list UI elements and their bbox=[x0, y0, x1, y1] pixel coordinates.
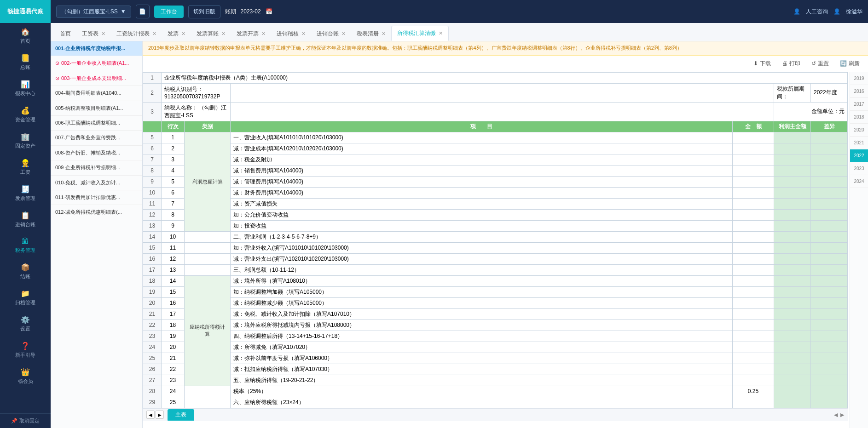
profit-cell[interactable] bbox=[774, 187, 811, 198]
seq-cell[interactable]: 10 bbox=[162, 231, 185, 242]
item-cell[interactable]: 减：所得减免（填写A107020） bbox=[231, 342, 733, 353]
year-item-2018[interactable]: 2018 bbox=[850, 111, 868, 124]
year-item-2020[interactable]: 2020 bbox=[850, 124, 868, 137]
diff-cell[interactable] bbox=[811, 176, 848, 187]
diff-cell[interactable] bbox=[811, 353, 848, 364]
diff-cell[interactable] bbox=[811, 264, 848, 275]
diff-cell[interactable] bbox=[811, 209, 848, 220]
amount-cell[interactable] bbox=[733, 132, 774, 143]
amount-cell[interactable] bbox=[733, 364, 774, 375]
download-button[interactable]: ⬇ 下载 bbox=[751, 58, 774, 69]
item-cell[interactable]: 二、营业利润（1-2-3-4-5-6-7-8+9） bbox=[231, 231, 733, 242]
sidebar-item-ledger[interactable]: 📒 总账 bbox=[0, 49, 51, 75]
profit-cell[interactable] bbox=[774, 132, 811, 143]
diff-cell[interactable] bbox=[811, 397, 848, 408]
item-cell[interactable]: 减：纳税调整减少额（填写A105000） bbox=[231, 297, 733, 308]
amount-cell[interactable] bbox=[733, 308, 774, 320]
seq-cell[interactable]: 4 bbox=[162, 165, 185, 176]
year-item-2016[interactable]: 2016 bbox=[850, 85, 868, 98]
seq-cell[interactable]: 15 bbox=[162, 286, 185, 297]
amount-cell[interactable] bbox=[733, 297, 774, 308]
item-cell[interactable]: 减：免税、减计收入及加计扣除（填写A107010） bbox=[231, 308, 733, 320]
item-cell[interactable]: 减：境外所得（填写A108010） bbox=[231, 275, 733, 286]
sidebar-item-archive[interactable]: 📁 归档管理 bbox=[0, 285, 51, 311]
profit-cell[interactable] bbox=[774, 386, 811, 397]
year-item-2024[interactable]: 2024 bbox=[850, 175, 868, 188]
amount-cell[interactable] bbox=[733, 264, 774, 275]
form-list-item-006[interactable]: 006-职工薪酬纳税调整明细... bbox=[51, 116, 142, 131]
seq-cell[interactable]: 6 bbox=[162, 187, 185, 198]
seq-cell[interactable]: 23 bbox=[162, 375, 185, 386]
profit-cell[interactable] bbox=[774, 308, 811, 320]
tab-invoice-close[interactable]: ✕ bbox=[181, 31, 185, 37]
scroll-left-icon[interactable]: ◀ bbox=[834, 412, 838, 418]
profit-cell[interactable] bbox=[774, 231, 811, 242]
form-list-item-010[interactable]: 010-免税、减计收入及加计... bbox=[51, 176, 142, 190]
item-cell[interactable]: 加：纳税调整增加额（填写A105000） bbox=[231, 286, 733, 297]
amount-cell[interactable] bbox=[733, 198, 774, 209]
tab-purchase-ledger-close[interactable]: ✕ bbox=[341, 31, 346, 37]
amount-cell[interactable] bbox=[733, 231, 774, 242]
tab-salary-stats[interactable]: 工资统计报表 ✕ bbox=[111, 27, 162, 41]
profit-cell[interactable] bbox=[774, 297, 811, 308]
diff-cell[interactable] bbox=[811, 364, 848, 375]
tab-invoice-calc-close[interactable]: ✕ bbox=[221, 31, 226, 37]
seq-cell[interactable]: 14 bbox=[162, 275, 185, 286]
form-list-item-008[interactable]: 008-资产折旧、摊销及纳税... bbox=[51, 146, 142, 160]
sidebar-item-guide[interactable]: ❓ 新手引导 bbox=[0, 337, 51, 363]
tab-invoice-open-close[interactable]: ✕ bbox=[261, 31, 266, 37]
amount-cell[interactable] bbox=[733, 209, 774, 220]
item-cell[interactable]: 一、营业收入(填写A101010\101020\103000) bbox=[231, 132, 733, 143]
switch-version-button[interactable]: 切到旧版 bbox=[188, 5, 220, 18]
profit-cell[interactable] bbox=[774, 242, 811, 253]
tab-salary[interactable]: 工资表 ✕ bbox=[76, 27, 111, 41]
amount-cell[interactable] bbox=[733, 154, 774, 165]
support-label[interactable]: 人工咨询 bbox=[806, 8, 828, 16]
year-item-2022[interactable]: 2022 bbox=[850, 149, 868, 162]
profit-cell[interactable] bbox=[774, 209, 811, 220]
amount-cell[interactable] bbox=[733, 375, 774, 386]
item-cell[interactable]: 减：管理费用(填写A104000) bbox=[231, 176, 733, 187]
profit-cell[interactable] bbox=[774, 264, 811, 275]
year-item-2021[interactable]: 2021 bbox=[850, 137, 868, 149]
item-cell[interactable]: 减：弥补以前年度亏损（填写A106000） bbox=[231, 353, 733, 364]
scroll-right-icon[interactable]: ▶ bbox=[840, 412, 844, 418]
seq-cell[interactable]: 21 bbox=[162, 353, 185, 364]
seq-cell[interactable]: 8 bbox=[162, 209, 185, 220]
item-cell[interactable]: 三、利润总额（10-11-12） bbox=[231, 264, 733, 275]
print-icon-btn[interactable]: 📄 bbox=[136, 5, 150, 18]
sidebar-item-purchase-sale[interactable]: 📋 进销台账 bbox=[0, 206, 51, 233]
print-button[interactable]: 🖨 打印 bbox=[779, 58, 803, 69]
item-cell[interactable]: 减：销售费用(填写A104000) bbox=[231, 165, 733, 176]
item-cell[interactable]: 加：营业外收入(填写A101010\101020\103000) bbox=[231, 242, 733, 253]
profit-cell[interactable] bbox=[774, 320, 811, 331]
item-cell[interactable]: 加：投资收益 bbox=[231, 220, 733, 231]
seq-cell[interactable]: 1 bbox=[162, 132, 185, 143]
workspace-button[interactable]: 工作台 bbox=[154, 6, 184, 18]
amount-cell[interactable] bbox=[733, 220, 774, 231]
reset-button[interactable]: ↺ 重置 bbox=[809, 58, 832, 69]
seq-cell[interactable]: 20 bbox=[162, 342, 185, 353]
diff-cell[interactable] bbox=[811, 308, 848, 320]
profit-cell[interactable] bbox=[774, 143, 811, 154]
profit-cell[interactable] bbox=[774, 397, 811, 408]
diff-cell[interactable] bbox=[811, 220, 848, 231]
sheet-prev-arrow[interactable]: ◀ bbox=[146, 411, 155, 419]
amount-cell[interactable] bbox=[733, 320, 774, 331]
item-cell[interactable]: 税率（25%） bbox=[231, 386, 733, 397]
tab-invoice-calc[interactable]: 发票算账 ✕ bbox=[191, 27, 231, 41]
diff-cell[interactable] bbox=[811, 231, 848, 242]
amount-cell[interactable] bbox=[733, 176, 774, 187]
amount-cell[interactable] bbox=[733, 342, 774, 353]
sidebar-item-finance[interactable]: 💰 资金管理 bbox=[0, 102, 51, 128]
profit-cell[interactable] bbox=[774, 198, 811, 209]
form-list-item-004[interactable]: 004-期间费用明细表(A1040... bbox=[51, 86, 142, 101]
sheet-tab-main[interactable]: 主表 bbox=[168, 409, 194, 421]
diff-cell[interactable] bbox=[811, 143, 848, 154]
seq-cell[interactable]: 7 bbox=[162, 198, 185, 209]
seq-cell[interactable]: 22 bbox=[162, 364, 185, 375]
sidebar-item-tax[interactable]: 🏛 税务管理 bbox=[0, 233, 51, 258]
tab-purchase-ledger[interactable]: 进销台账 ✕ bbox=[311, 27, 351, 41]
diff-cell[interactable] bbox=[811, 375, 848, 386]
form-list-item-011[interactable]: 011-研发费用加计扣除优惠... bbox=[51, 190, 142, 205]
